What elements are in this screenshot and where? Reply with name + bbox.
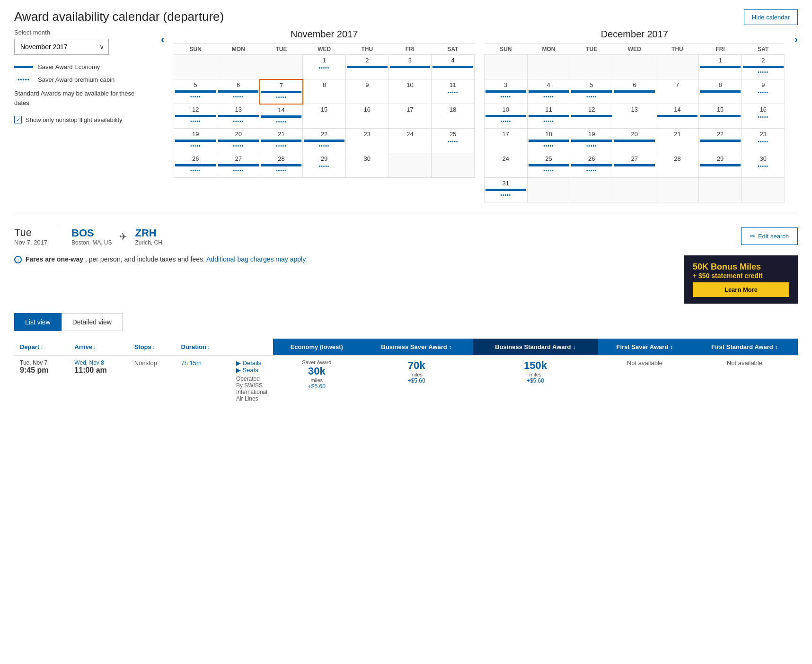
calendar-day[interactable]: 11••••• — [527, 104, 570, 129]
calendar-day[interactable]: 8 — [303, 79, 346, 104]
bag-charges-link[interactable]: Additional bag charges may apply. — [206, 255, 307, 263]
section-divider — [14, 212, 798, 212]
calendar-day[interactable]: 24 — [388, 129, 432, 153]
day-number: 28 — [657, 154, 698, 163]
table-row: Tue, Nov 7 9:45 pm Wed, Nov 8 11:00 am N… — [14, 356, 798, 406]
calendar-day[interactable]: 10 — [388, 79, 432, 104]
first-saver-col-header[interactable]: First Saver Award ↕ — [598, 339, 691, 356]
calendar-day[interactable]: 21 — [656, 129, 699, 153]
seats-link[interactable]: ▶ Seats — [236, 367, 258, 374]
calendar-day[interactable]: 2 — [345, 55, 388, 79]
calendar-day[interactable]: 15 — [303, 104, 346, 129]
calendar-day[interactable]: 3••••• — [485, 79, 528, 104]
biz-standard-col-header[interactable]: Business Standard Award ↓ — [473, 339, 599, 356]
calendar-day[interactable]: 20 — [613, 129, 656, 153]
calendar-day[interactable]: 26••••• — [174, 153, 217, 178]
month-select[interactable]: November 2017 December 2017 — [14, 39, 109, 55]
calendar-day[interactable]: 15 — [699, 104, 742, 129]
duration-col-header[interactable]: Duration — [176, 339, 230, 356]
calendar-day[interactable]: 14 — [656, 104, 699, 129]
nonstop-checkbox[interactable]: ✓ — [14, 116, 22, 123]
calendar-day[interactable]: 1 — [699, 55, 742, 79]
actions-col-header — [230, 339, 273, 356]
arrive-col-header[interactable]: Arrive — [69, 339, 128, 356]
list-view-tab[interactable]: List view — [14, 313, 62, 331]
day-number: 12 — [571, 105, 612, 114]
calendar-day[interactable]: 23••••• — [741, 129, 785, 153]
calendar-day[interactable]: 7••••• — [260, 79, 303, 104]
calendar-day[interactable]: 19••••• — [174, 129, 217, 153]
calendar-day[interactable]: 9••••• — [741, 79, 785, 104]
calendar-day[interactable]: 30••••• — [741, 153, 785, 178]
hide-calendar-button[interactable]: Hide calendar — [744, 9, 798, 25]
calendar-day[interactable]: 22 — [699, 129, 742, 153]
day-header-fri: FRI — [388, 44, 432, 55]
calendar-day[interactable]: 27••••• — [217, 153, 260, 178]
calendar-day[interactable]: 13 — [613, 104, 656, 129]
availability-bar — [529, 90, 569, 93]
calendar-day[interactable]: 18 — [432, 104, 475, 129]
flight-route: BOS Boston, MA, US ✈ ZRH Zurich, CH — [71, 227, 162, 246]
stops-col-header[interactable]: Stops — [129, 339, 176, 356]
calendar-day[interactable]: 13••••• — [217, 104, 260, 129]
calendar-day[interactable]: 5••••• — [174, 79, 217, 104]
calendar-day[interactable]: 25••••• — [432, 129, 475, 153]
calendar-day[interactable]: 22••••• — [303, 129, 346, 153]
calendar-day[interactable]: 21••••• — [260, 129, 303, 153]
calendar-day[interactable]: 18••••• — [527, 129, 570, 153]
calendar-day[interactable]: 16••••• — [741, 104, 785, 129]
learn-more-button[interactable]: Learn More — [693, 282, 789, 297]
calendar-day[interactable]: 4 — [432, 55, 475, 79]
availability-bar — [347, 66, 388, 68]
calendar-day[interactable]: 19••••• — [570, 129, 613, 153]
calendar-day[interactable]: 7 — [656, 79, 699, 104]
calendar-day[interactable]: 6••••• — [217, 79, 260, 104]
edit-search-button[interactable]: ✏ Edit search — [741, 227, 798, 245]
calendar-day[interactable]: 28••••• — [260, 153, 303, 178]
calendar-day[interactable]: 14••••• — [260, 104, 303, 129]
economy-col-header[interactable]: Economy (lowest) — [273, 339, 361, 356]
availability-bar — [700, 164, 741, 166]
prev-month-button[interactable]: ‹ — [161, 34, 164, 46]
details-link[interactable]: ▶ Details — [236, 359, 261, 367]
calendar-day[interactable]: 27 — [613, 153, 656, 178]
calendar-day[interactable]: 28 — [656, 153, 699, 178]
calendar-day[interactable]: 6 — [613, 79, 656, 104]
biz-saver-col-header[interactable]: Business Saver Award ↕ — [361, 339, 473, 356]
calendar-day[interactable]: 8 — [699, 79, 742, 104]
calendar-day[interactable]: 30 — [345, 153, 388, 178]
depart-col-header[interactable]: Depart — [14, 339, 69, 356]
calendar-day[interactable]: 31••••• — [485, 178, 528, 202]
calendar-day[interactable]: 17 — [388, 104, 432, 129]
calendar-day[interactable]: 3 — [388, 55, 432, 79]
availability-bar — [743, 66, 784, 68]
day-number: 23 — [743, 130, 784, 139]
calendar-day[interactable]: 2••••• — [741, 55, 785, 79]
calendar-day[interactable]: 16 — [345, 104, 388, 129]
calendar-day[interactable]: 20••••• — [217, 129, 260, 153]
calendar-day[interactable]: 4••••• — [527, 79, 570, 104]
calendar-day[interactable]: 11••••• — [432, 79, 475, 104]
calendar-day[interactable]: 29••••• — [303, 153, 346, 178]
calendar-day[interactable]: 12••••• — [174, 104, 217, 129]
calendar-day[interactable]: 10••••• — [485, 104, 528, 129]
december-calendar: December 2017 SUNMONTUEWEDTHUFRISAT 12••… — [484, 29, 785, 202]
first-standard-col-header[interactable]: First Standard Award ↕ — [691, 339, 798, 356]
calendar-day[interactable]: 9 — [345, 79, 388, 104]
calendar-day[interactable]: 29 — [699, 153, 742, 178]
calendar-day[interactable]: 25••••• — [527, 153, 570, 178]
calendar-day[interactable]: 24 — [485, 153, 528, 178]
availability-dots: ••••• — [743, 139, 784, 145]
calendar-day[interactable]: 5••••• — [570, 79, 613, 104]
next-month-button[interactable]: › — [794, 34, 798, 46]
availability-dots: ••••• — [218, 118, 259, 124]
legend-dots-icon: ••••• — [14, 77, 33, 83]
calendar-day[interactable]: 23 — [345, 129, 388, 153]
calendar-day[interactable]: 26••••• — [570, 153, 613, 178]
dest-name: Zurich, CH — [135, 239, 162, 246]
calendar-day[interactable]: 12 — [570, 104, 613, 129]
nonstop-checkbox-row[interactable]: ✓ Show only nonstop flight availability — [14, 116, 147, 123]
detailed-view-tab[interactable]: Detailed view — [62, 313, 123, 331]
calendar-day[interactable]: 17 — [485, 129, 528, 153]
calendar-day[interactable]: 1••••• — [303, 55, 346, 79]
